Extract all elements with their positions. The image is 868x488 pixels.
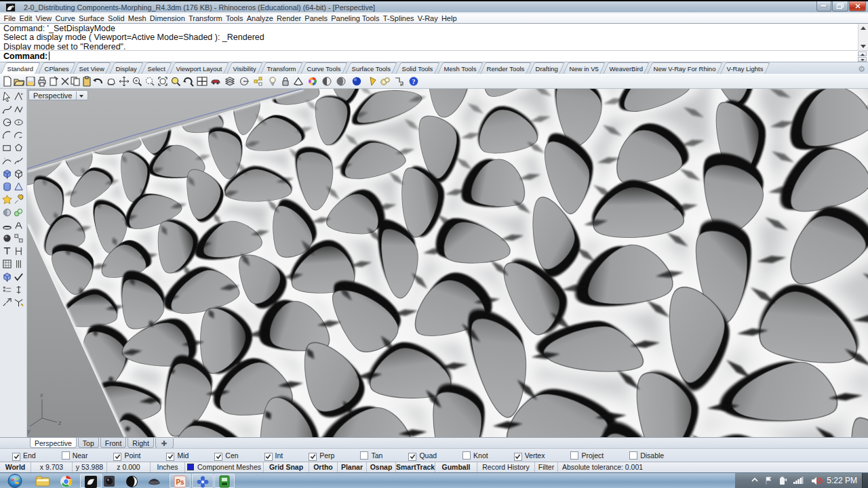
svg-text:y: y bbox=[27, 428, 31, 434]
svg-text:x: x bbox=[39, 392, 43, 399]
svg-text:Ps: Ps bbox=[176, 479, 184, 486]
svg-text:z: z bbox=[58, 420, 62, 426]
svg-text:?: ? bbox=[412, 78, 416, 85]
svg-text:1..: 1.. bbox=[400, 83, 404, 87]
